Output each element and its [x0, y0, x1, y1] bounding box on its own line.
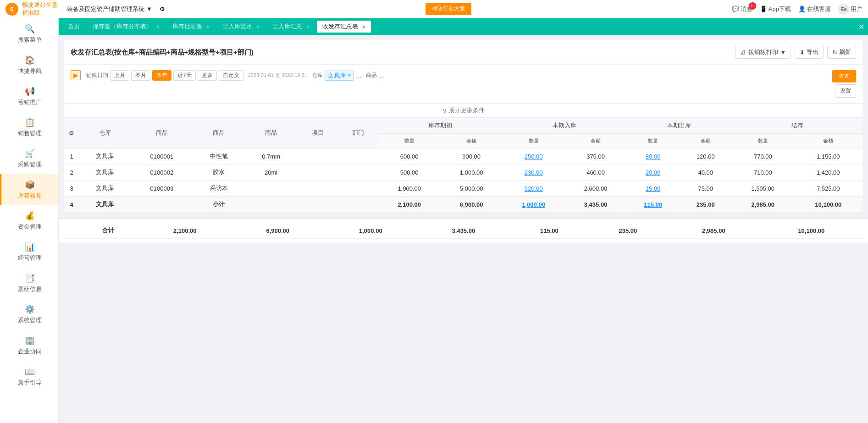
warehouse-tag[interactable]: 文具库 ✕: [325, 71, 354, 81]
table-cell: 2,985.00: [732, 197, 794, 213]
user-button[interactable]: Ea 用户: [838, 4, 862, 15]
tab-batch-close[interactable]: ✕: [206, 24, 210, 29]
sidebar: 🔍 搜索菜单 🏠 快捷导航 📢 营销推广 📋 销售管理 🛒 采购管理 📦 库存核…: [0, 18, 59, 423]
sidebar-item-marketing[interactable]: 📢 营销推广: [0, 81, 58, 112]
date-btn-more[interactable]: 更多: [198, 70, 217, 81]
col-in-amt-header: 金额: [564, 134, 626, 148]
table-cell[interactable]: 115.00: [627, 197, 680, 213]
sidebar-item-newbie[interactable]: 📖 新手引导: [0, 361, 58, 392]
top-bar-right: 💬 消息 6 📱 App下载 👤 在线客服 Ea 用户: [732, 4, 862, 15]
table-cell: 1,000.00: [378, 181, 440, 197]
home-icon: 🏠: [25, 55, 35, 65]
col-settings[interactable]: ⚙: [64, 118, 79, 148]
table-cell[interactable]: 80.00: [627, 148, 680, 165]
date-btn-last-month[interactable]: 上月: [110, 70, 129, 81]
settings-icon[interactable]: ⚙: [160, 5, 165, 12]
table-cell[interactable]: 250.00: [503, 148, 564, 165]
sidebar-item-search[interactable]: 🔍 搜索菜单: [0, 18, 58, 49]
tab-summary-close[interactable]: ✕: [306, 24, 310, 29]
sidebar-item-quicknav[interactable]: 🏠 快捷导航: [0, 49, 58, 81]
col-in-qty-header: 数量: [503, 134, 564, 148]
tab-bar-close[interactable]: ✕: [858, 22, 864, 31]
table-cell: 710.00: [732, 165, 794, 181]
date-btn-7days[interactable]: 近7天: [173, 70, 196, 81]
page-title: 收发存汇总表(按仓库+商品编码+商品+规格型号+项目+部门): [71, 48, 254, 57]
app-download-button[interactable]: 📱 App下载: [760, 5, 791, 13]
table-cell[interactable]: 230.00: [503, 165, 564, 181]
sidebar-item-basic[interactable]: 📑 基础信息: [0, 268, 58, 299]
table-cell[interactable]: 15.00: [627, 181, 680, 197]
table-cell[interactable]: 20.00: [627, 165, 680, 181]
tab-flow[interactable]: 出入库流水 ✕: [217, 21, 265, 33]
table-cell: [297, 197, 337, 213]
goods-filter-group: 商品 ...: [366, 71, 384, 79]
goods-ellipsis[interactable]: ...: [379, 72, 384, 79]
settings-button[interactable]: 设置: [835, 84, 856, 98]
sidebar-item-operations[interactable]: 📊 经营管理: [0, 236, 58, 268]
message-button[interactable]: 💬 消息 6: [732, 5, 752, 13]
tab-summary[interactable]: 出入库汇总 ✕: [267, 21, 315, 33]
date-btn-this-year[interactable]: 本年: [152, 70, 171, 81]
filter-row: 记账日期 上月 本月 本年 近7天 更多 自定义 2023-01-01 至 20…: [86, 70, 814, 81]
table-cell: 4: [64, 197, 79, 213]
table-cell: 235.00: [679, 197, 732, 213]
table-row: 3文具库0100003采访本1,000.005,000.00520.002,60…: [64, 181, 862, 197]
online-service-button[interactable]: 👤 在线客服: [798, 5, 831, 13]
table-row: 1文具库0100001中性笔0.7mm600.00900.00250.00375…: [64, 148, 862, 165]
sidebar-item-label: 搜索菜单: [18, 36, 42, 44]
tab-home[interactable]: 首页: [62, 21, 85, 33]
trial-button[interactable]: 体验行业方案: [426, 3, 471, 15]
total-in-qty: 1,000.00: [324, 223, 417, 239]
query-button[interactable]: 查询: [832, 70, 856, 82]
goods-filter-label: 商品: [366, 71, 377, 79]
warehouse-ellipsis[interactable]: ...: [356, 72, 361, 79]
main-layout: 🔍 搜索菜单 🏠 快捷导航 📢 营销推广 📋 销售管理 🛒 采购管理 📦 库存核…: [0, 18, 868, 423]
table-cell: 3,435.00: [564, 197, 626, 213]
table-cell: 文具库: [79, 197, 131, 213]
sidebar-item-system[interactable]: ⚙️ 系统管理: [0, 299, 58, 330]
basic-icon: 📑: [25, 273, 35, 283]
table-cell: 600.00: [378, 148, 440, 165]
date-btn-this-month[interactable]: 本月: [131, 70, 150, 81]
tab-home-label: 首页: [68, 22, 80, 31]
col-out-amt-header: 金额: [679, 134, 732, 148]
table-cell[interactable]: 520.00: [503, 181, 564, 197]
tab-recv-summary[interactable]: 收发存汇总表 ✕: [317, 21, 371, 33]
sidebar-item-finance[interactable]: 💰 资金管理: [0, 205, 58, 236]
col-closing-qty-header: 数量: [732, 134, 794, 148]
user-avatar: Ea: [838, 4, 849, 15]
sidebar-item-label: 基础信息: [18, 285, 42, 293]
sidebar-item-sales[interactable]: 📋 销售管理: [0, 112, 58, 143]
table-wrap: ⚙ 仓库 商品 商品 商品 项目 部门 库存期初 本期入库 本期出库 结存: [64, 118, 862, 213]
table-cell: 1,155.00: [794, 148, 862, 165]
filter-toggle[interactable]: ▶: [71, 70, 81, 80]
print-icon: 🖨: [741, 49, 746, 56]
tab-recv-summary-close[interactable]: ✕: [362, 24, 365, 29]
tab-batch[interactable]: 库存批次账 ✕: [167, 21, 215, 33]
table-cell: 460.00: [564, 165, 626, 181]
expand-conditions-bar[interactable]: ∨ 展开更多条件: [64, 104, 862, 118]
tab-inventory-dist[interactable]: 现存量（库存分布表） ✕: [87, 21, 165, 33]
sidebar-item-label: 采购管理: [18, 160, 42, 169]
tab-flow-close[interactable]: ✕: [256, 24, 260, 29]
tab-inventory-dist-close[interactable]: ✕: [156, 24, 160, 29]
print-button[interactable]: 🖨 拨销板打印 ▼: [735, 46, 791, 59]
data-table: ⚙ 仓库 商品 商品 商品 项目 部门 库存期初 本期入库 本期出库 结存: [64, 118, 862, 213]
refresh-button[interactable]: ↻ 刷新: [827, 46, 856, 59]
table-cell: 0.7mm: [245, 148, 298, 165]
sidebar-item-label: 营销推广: [18, 98, 42, 106]
tab-batch-label: 库存批次账: [172, 22, 202, 31]
table-cell[interactable]: 1,000.00: [503, 197, 564, 213]
app-logo: 6: [6, 3, 18, 16]
sidebar-item-corp[interactable]: 🏢 企业协同: [0, 330, 58, 361]
table-row: 2文具库0100002胶水20ml500.001,000.00230.00460…: [64, 165, 862, 181]
date-btn-custom[interactable]: 自定义: [219, 70, 243, 81]
expand-label: 展开更多条件: [449, 106, 485, 115]
sidebar-item-purchase[interactable]: 🛒 采购管理: [0, 143, 58, 174]
table-cell: [338, 181, 378, 197]
sidebar-item-inventory[interactable]: 📦 库存核算: [0, 174, 58, 205]
col-opening-qty-header: 数量: [378, 134, 440, 148]
export-button[interactable]: ⬇ 导出: [795, 46, 824, 59]
warehouse-tag-close[interactable]: ✕: [347, 73, 351, 78]
sidebar-item-label: 系统管理: [18, 316, 42, 324]
